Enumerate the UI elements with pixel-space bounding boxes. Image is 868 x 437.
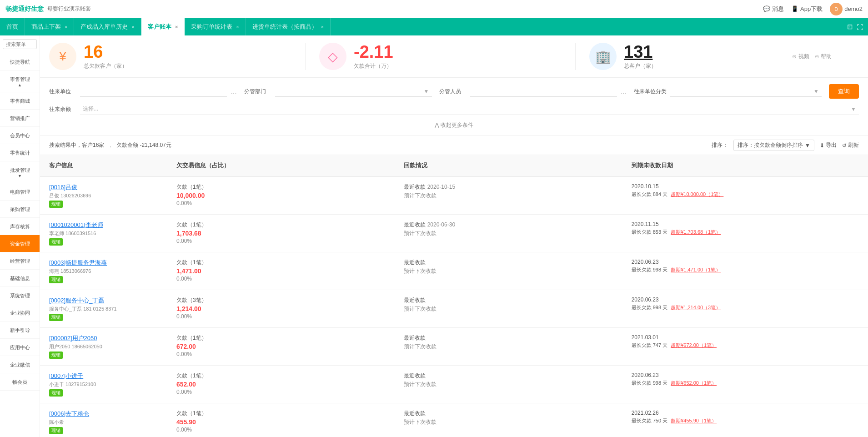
cust-name-link[interactable]: [0001020001]李老师	[49, 221, 103, 228]
filter-category-dropdown[interactable]: ▼	[670, 86, 822, 97]
ret-last: 最近收款	[404, 259, 631, 266]
cust-info-cell: [0006]去下粮仓 陈小希 现销	[49, 408, 176, 436]
tab-inbound[interactable]: 进货单统计表（按商品） ×	[246, 18, 331, 35]
cust-name-link[interactable]: [0016]吕俊	[49, 184, 77, 191]
overdue-link[interactable]: 超期¥1,214.00（3笔）	[671, 305, 721, 310]
overdue-link[interactable]: 超期¥10,000.00（1笔）	[671, 191, 723, 197]
sidebar-item-retail-mgmt[interactable]: 零售管理 ▲	[0, 70, 40, 92]
cust-sub: 用户2050 18665062050	[49, 343, 176, 350]
debt-amount: 1,214.00	[176, 305, 404, 312]
sidebar-item-corp-wechat[interactable]: 企业微信	[0, 356, 40, 373]
due-cell: 2020.06.23 最长欠款 998 天 超期¥1,214.00（3笔）	[632, 295, 859, 323]
tab-products[interactable]: 商品上下架 ×	[25, 18, 74, 35]
tab-home[interactable]: 首页	[0, 18, 25, 35]
sidebar-item-sys-mgmt[interactable]: 系统管理	[0, 287, 40, 304]
overdue-link[interactable]: 超期¥672.00（1笔）	[671, 342, 717, 348]
return-cell: 最近收款 预计下次收款	[404, 257, 631, 285]
cust-name: [0016]吕俊	[49, 183, 176, 191]
collapse-label: ⋀ 收起更多条件	[435, 122, 473, 128]
filter-dept-dropdown[interactable]: ▼	[275, 86, 432, 97]
window-maximize-icon[interactable]: ⛶	[857, 23, 863, 31]
due-cell: 2021.02.26 最长欠款 750 天 超期¥455.90（1笔）	[632, 408, 859, 436]
close-tab-history[interactable]: ×	[131, 24, 134, 30]
filter-partner-dots[interactable]: ...	[231, 87, 236, 95]
collapse-bar[interactable]: ⋀ 收起更多条件	[49, 120, 859, 131]
search-input[interactable]	[3, 39, 37, 49]
debt-total-text: 欠款金额 -21,148.07元	[116, 142, 171, 148]
tab-bar-right: ⊡ ⛶	[843, 18, 868, 35]
overdue-link[interactable]: 超期¥1,703.68（1笔）	[671, 229, 721, 235]
cust-name-link[interactable]: [0002]服务中心_丁磊	[49, 297, 104, 304]
balance-placeholder: 选择...	[83, 105, 98, 113]
header-right: 💬 消息 📱 App下载 D demo2	[763, 3, 863, 15]
sidebar-item-ecommerce[interactable]: 电商管理	[0, 183, 40, 201]
user-menu[interactable]: D demo2	[830, 3, 863, 15]
sidebar-item-member[interactable]: 会员中心	[0, 127, 40, 144]
ret-last-date: 2020-10-15	[427, 184, 455, 190]
tab-customer[interactable]: 客户账本 ×	[141, 18, 185, 35]
refresh-button[interactable]: ↺ 刷新	[842, 141, 859, 149]
message-btn[interactable]: 💬 消息	[763, 5, 784, 13]
overdue-link[interactable]: 超期¥1,471.00（1笔）	[671, 267, 721, 272]
sidebar-item-batch-mgmt[interactable]: 批发管理 ▼	[0, 161, 40, 183]
search-button[interactable]: 查询	[829, 84, 859, 99]
return-cell: 最近收款 2020-06-30 预计下次收款	[404, 219, 631, 247]
overdue-info: 最长欠款 853 天 超期¥1,703.68（1笔）	[632, 229, 859, 236]
sidebar-item-retail-stat[interactable]: 零售统计	[0, 144, 40, 161]
close-tab-inbound[interactable]: ×	[321, 24, 324, 30]
window-restore-icon[interactable]: ⊡	[847, 23, 853, 31]
cust-name: [0007]小进干	[49, 372, 176, 380]
sidebar-item-capital[interactable]: 资金管理	[0, 235, 40, 252]
card-info-customers: 131 总客户（家）	[624, 43, 657, 70]
overdue-days: 最长欠款 998 天	[632, 305, 667, 310]
cust-info-cell: [000002]用户2050 用户2050 18665062050 现销	[49, 332, 176, 361]
app-download-btn[interactable]: 📱 App下载	[791, 5, 823, 13]
sidebar-item-quick-nav[interactable]: 快捷导航	[0, 53, 40, 70]
close-tab-customer[interactable]: ×	[175, 24, 178, 30]
sidebar-item-enterprise[interactable]: 企业协同	[0, 304, 40, 321]
sidebar-item-app-center[interactable]: 应用中心	[0, 339, 40, 356]
card-icon-total-debt: ◇	[319, 43, 346, 70]
due-cell: 2020.06.23 最长欠款 998 天 超期¥1,471.00（1笔）	[632, 257, 859, 285]
sidebar-item-marketing[interactable]: 营销推广	[0, 110, 40, 127]
tab-purchase[interactable]: 采购订单统计表 ×	[185, 18, 246, 35]
cust-badge: 现销	[49, 314, 63, 321]
sidebar-item-purchase-mgmt[interactable]: 采购管理	[0, 201, 40, 218]
debt-amount: 1,471.00	[176, 267, 404, 275]
help-link[interactable]: ⊙ 帮助	[815, 53, 832, 60]
sidebar-item-inventory[interactable]: 库存核算	[0, 218, 40, 235]
filter-balance-dropdown[interactable]: 选择... ▼	[80, 103, 859, 115]
video-link[interactable]: ⊙ 视频	[792, 53, 809, 60]
table-row: [0006]去下粮仓 陈小希 现销 欠款（1笔） 455.90 0.00% 最近…	[40, 403, 868, 437]
tab-history[interactable]: 产成品入库单历史 ×	[74, 18, 141, 35]
cust-info-cell: [0007]小进干 小进干 18279152100 现销	[49, 370, 176, 398]
results-text: 搜索结果中，客户16家	[49, 142, 104, 148]
sidebar-item-biz-mgmt[interactable]: 经营管理	[0, 252, 40, 270]
sort-button[interactable]: 排序：按欠款金额倒序排序 ▼	[733, 140, 814, 151]
sidebar-item-retail-store[interactable]: 零售商城	[0, 92, 40, 110]
filter-person-input[interactable]	[470, 86, 617, 97]
cust-name-link[interactable]: [0003]畅捷服务尹海燕	[49, 259, 107, 266]
cust-name-link[interactable]: [0006]去下粮仓	[49, 410, 89, 417]
cust-name-link[interactable]: [0007]小进干	[49, 372, 83, 379]
ret-last: 最近收款	[404, 296, 631, 304]
close-tab-purchase[interactable]: ×	[236, 24, 239, 30]
export-button[interactable]: ⬇ 导出	[820, 141, 837, 149]
overdue-link[interactable]: 超期¥652.00（1笔）	[671, 380, 717, 386]
export-icon: ⬇	[820, 142, 824, 149]
cust-name-link[interactable]: [000002]用户2050	[49, 335, 97, 342]
filter-person-dots[interactable]: ...	[621, 87, 627, 95]
sidebar-item-vip-member[interactable]: 畅会员	[0, 373, 40, 391]
card-icon-debt-customers: ¥	[49, 43, 76, 70]
debt-count: 欠款（3笔）	[176, 296, 404, 304]
sidebar-item-basic-info[interactable]: 基础信息	[0, 270, 40, 287]
table-row: [0007]小进干 小进干 18279152100 现销 欠款（1笔） 652.…	[40, 366, 868, 403]
sidebar-item-newbie[interactable]: 新手引导	[0, 321, 40, 339]
close-tab-products[interactable]: ×	[65, 24, 67, 30]
summary-cards: ¥ 16 总欠款客户（家） ◇ -2.11 欠款合计（万） 🏢 131 总客户（…	[40, 35, 868, 78]
cust-sub: 李老师 18600391516	[49, 230, 176, 237]
overdue-link[interactable]: 超期¥455.90（1笔）	[671, 418, 717, 423]
filter-partner-input[interactable]	[80, 86, 227, 97]
top-header: 畅捷通好生意 母婴行业演示账套 💬 消息 📱 App下载 D demo2	[0, 0, 868, 18]
col-header-customer: 客户信息	[49, 160, 176, 171]
